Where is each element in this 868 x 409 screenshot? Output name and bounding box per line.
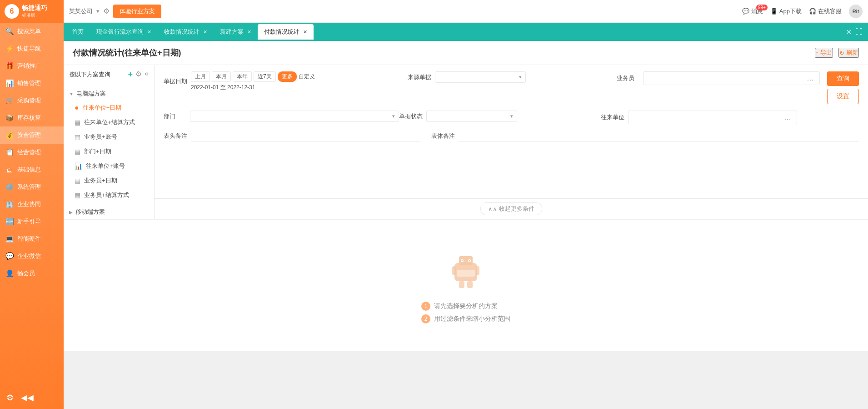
sidebar-item-inventory[interactable]: 📦 库存核算	[0, 109, 64, 126]
body-note-label: 表体备注	[431, 132, 455, 140]
date-tab-more[interactable]: 更多	[278, 71, 297, 82]
app-download-label: App下载	[779, 7, 802, 15]
date-tab-last-month[interactable]: 上月	[191, 71, 210, 82]
scheme-settings-btn[interactable]: ⚙	[135, 70, 142, 79]
topbar-settings-icon[interactable]: ⚙	[103, 7, 110, 15]
close-all-tabs-btn[interactable]: ✕	[846, 28, 852, 36]
messages-badge: 99+	[756, 5, 768, 10]
tab-receipt-close[interactable]: ✕	[203, 29, 207, 35]
scheme-panel-header: 按以下方案查询 + ⚙ «	[64, 65, 154, 84]
tab-cashflow[interactable]: 现金银行流水查询 ✕	[90, 24, 158, 40]
tab-home[interactable]: 首页	[65, 24, 90, 40]
sidebar-item-label: 智能硬件	[17, 235, 41, 243]
sidebar-item-wechat[interactable]: 💬 企业微信	[0, 247, 64, 265]
sidebar-item-hardware[interactable]: 💻 智能硬件	[0, 230, 64, 247]
tab-new-scheme-close[interactable]: ✕	[247, 29, 251, 35]
tab-new-scheme-label: 新建方案	[220, 28, 244, 36]
header-note-label: 表头备注	[164, 132, 187, 140]
scheme-desktop-header[interactable]: ▼ 电脑端方案	[64, 87, 154, 101]
scheme-mobile-header[interactable]: ▶ 移动端方案	[64, 205, 154, 219]
tab-cashflow-close[interactable]: ✕	[147, 29, 151, 35]
date-tab-7days[interactable]: 近7天	[254, 71, 276, 82]
scheme-item-label: 往来单位+日期	[83, 104, 122, 112]
tab-payment[interactable]: 付款情况统计 ✕	[258, 24, 314, 40]
date-tab-this-year[interactable]: 本年	[233, 71, 252, 82]
tabs-actions: ✕ ⛶	[846, 28, 866, 36]
scheme-item-staff-date[interactable]: ▦ 业务员+日期	[64, 173, 154, 188]
scheme-item-staff-settlement[interactable]: ▦ 业务员+结算方式	[64, 188, 154, 202]
staff-input[interactable]	[647, 75, 805, 82]
dept-select[interactable]: ▾	[190, 111, 399, 122]
body-note-input[interactable]	[459, 132, 859, 139]
date-field: 单据日期 上月 本月 本年 近7天 更多 自定义	[164, 71, 408, 91]
maximize-btn[interactable]: ⛶	[855, 28, 863, 36]
scheme-item-dept-date[interactable]: ▦ 部门+日期	[64, 144, 154, 159]
refresh-btn[interactable]: ↻ 刷新	[838, 48, 859, 58]
sidebar-item-label: 采购管理	[17, 96, 41, 105]
settings-footer-btn[interactable]: ⚙	[5, 391, 15, 404]
scheme-collapse-btn[interactable]: «	[145, 70, 149, 79]
query-btn[interactable]: 查询	[827, 71, 859, 86]
scheme-item-partner-account[interactable]: 📊 往来单位+账号	[64, 159, 154, 173]
partner-ellipsis-btn[interactable]: …	[782, 113, 793, 121]
sidebar-item-purchase[interactable]: 🛒 采购管理	[0, 92, 64, 109]
sidebar-item-sales[interactable]: 📊 销售管理	[0, 75, 64, 92]
scheme-add-btn[interactable]: +	[128, 70, 133, 79]
tab-new-scheme[interactable]: 新建方案 ✕	[214, 24, 258, 40]
tab-payment-label: 付款情况统计	[264, 28, 299, 36]
sidebar-item-coop[interactable]: 🏢 企业协同	[0, 196, 64, 213]
sidebar-logo: 6	[5, 4, 19, 19]
user-icon: 👤	[5, 269, 14, 278]
phone-icon: 📱	[770, 8, 778, 15]
tab-receipt[interactable]: 收款情况统计 ✕	[158, 24, 214, 40]
header-note-field: 表头备注	[164, 131, 420, 141]
sidebar-item-label: 搜索菜单	[17, 27, 41, 35]
active-scheme-icon: ●	[75, 104, 79, 112]
online-service-btn[interactable]: 🎧 在线客服	[809, 7, 842, 15]
scheme-item-partner-date[interactable]: ● 往来单位+日期	[64, 101, 154, 115]
collapse-btn-label: 收起更多条件	[499, 205, 534, 213]
scheme-item-partner-settlement[interactable]: ▦ 往来单位+结算方式	[64, 115, 154, 130]
header-note-input[interactable]	[191, 132, 420, 139]
sidebar-item-finance[interactable]: 💰 资金管理	[0, 126, 64, 144]
messages-btn[interactable]: 💬 消息 99+	[742, 7, 763, 15]
body-note-field: 表体备注	[431, 131, 859, 141]
topbar-left: 某某公司 ▾ ⚙ 体验行业方案	[69, 5, 738, 18]
date-value: 上月 本月 本年 近7天 更多 自定义 2022-01-01 至 2022-12…	[191, 71, 408, 91]
trial-btn[interactable]: 体验行业方案	[113, 5, 161, 18]
tab-payment-close[interactable]: ✕	[303, 29, 307, 35]
partner-input-wrapper: …	[628, 111, 797, 124]
status-select[interactable]: ▾	[426, 111, 517, 122]
sidebar-item-search[interactable]: 🔍 搜索菜单	[0, 23, 64, 40]
money-icon: 💰	[5, 131, 14, 139]
date-tab-this-month[interactable]: 本月	[212, 71, 231, 82]
sidebar-item-operation[interactable]: 📋 经营管理	[0, 144, 64, 161]
staff-field: 业务员 …	[617, 71, 820, 85]
sidebar-item-marketing[interactable]: 🎁 营销推广	[0, 57, 64, 75]
sidebar-item-system[interactable]: ⚙️ 系统管理	[0, 178, 64, 196]
sidebar-item-label: 基础信息	[17, 166, 41, 174]
scheme-item-staff-account[interactable]: ▦ 业务员+账号	[64, 130, 154, 144]
laptop-icon: 💻	[5, 235, 14, 243]
sidebar-item-basic[interactable]: 🗂 基础信息	[0, 161, 64, 178]
company-name: 某某公司	[69, 7, 93, 15]
user-avatar[interactable]: Rit	[849, 5, 863, 18]
settings-filter-btn[interactable]: 设置	[827, 89, 859, 104]
company-dropdown-arrow[interactable]: ▾	[96, 8, 100, 15]
scheme-item-label: 业务员+账号	[84, 133, 117, 141]
sidebar-item-guide[interactable]: 🆕 新手引导	[0, 213, 64, 230]
export-btn[interactable]: ↑ 导出	[815, 48, 833, 58]
source-select[interactable]: ▾	[435, 71, 526, 83]
gear2-icon: ⚙️	[5, 183, 14, 191]
collapse-sidebar-btn[interactable]: ◀◀	[19, 391, 35, 404]
app-download-btn[interactable]: 📱 App下载	[770, 7, 802, 15]
staff-ellipsis-btn[interactable]: …	[805, 74, 816, 82]
scheme-panel-title: 按以下方案查询	[69, 71, 110, 79]
sidebar-item-label: 企业协同	[17, 200, 41, 208]
empty-state: 1 请先选择要分析的方案 2 用过滤条件来缩小分析范围	[64, 220, 868, 351]
partner-input[interactable]	[632, 114, 782, 121]
svg-point-4	[462, 260, 463, 262]
collapse-conditions-btn[interactable]: ∧∧ 收起更多条件	[480, 202, 542, 215]
sidebar-item-shortcut[interactable]: ⚡ 快捷导航	[0, 40, 64, 57]
sidebar-item-member[interactable]: 👤 畅会员	[0, 265, 64, 282]
